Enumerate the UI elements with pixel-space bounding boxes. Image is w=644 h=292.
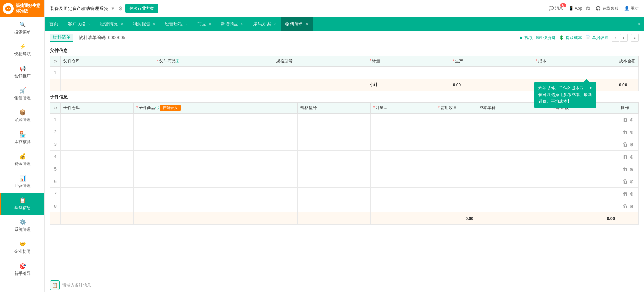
- child-row3-goods[interactable]: [134, 138, 298, 151]
- copy-icon[interactable]: ⊕: [630, 117, 634, 122]
- child-row6-warehouse[interactable]: [61, 175, 134, 188]
- tooltip-close-btn[interactable]: ×: [590, 85, 592, 92]
- child-row1-unit[interactable]: [370, 114, 435, 126]
- prev-btn[interactable]: ‹: [612, 34, 619, 42]
- child-row6-goods[interactable]: [134, 175, 298, 188]
- child-row4-unit[interactable]: [370, 151, 435, 163]
- child-row4-spec[interactable]: [297, 151, 370, 163]
- child-row5-goods[interactable]: [134, 163, 298, 175]
- child-row3-spec[interactable]: [297, 138, 370, 151]
- sidebar-item-guide[interactable]: 🎯 新手引导: [0, 259, 44, 281]
- sidebar-item-marketing[interactable]: 📢 营销推广: [0, 61, 44, 83]
- delete-icon[interactable]: 🗑: [623, 154, 628, 160]
- copy-icon[interactable]: ⊕: [630, 203, 634, 209]
- child-row1-spec[interactable]: [297, 114, 370, 126]
- view-btn[interactable]: ▶ 视频: [520, 35, 533, 41]
- child-row2-unit-cost[interactable]: [476, 126, 549, 138]
- sidebar-item-purchase[interactable]: 📦 采购管理: [0, 105, 44, 127]
- tab-bom[interactable]: 物料清单 ×: [281, 17, 313, 31]
- tab-goods-close[interactable]: ×: [209, 22, 211, 26]
- copy-icon[interactable]: ⊕: [630, 154, 634, 160]
- online-service-link[interactable]: 🎧 在线客服: [596, 5, 618, 11]
- child-row4-warehouse[interactable]: [61, 151, 134, 163]
- trial-button[interactable]: 体验行业方案: [125, 4, 158, 13]
- child-row2-warehouse[interactable]: [61, 126, 134, 138]
- child-row1-qty[interactable]: [435, 114, 476, 126]
- close-all-tabs[interactable]: ×: [634, 21, 644, 27]
- child-row2-goods[interactable]: [134, 126, 298, 138]
- child-row2-qty[interactable]: [435, 126, 476, 138]
- tab-customer[interactable]: 客户联络 ×: [63, 17, 95, 31]
- delete-icon[interactable]: 🗑: [623, 166, 628, 172]
- delete-icon[interactable]: 🗑: [623, 117, 628, 122]
- sidebar-item-enterprise[interactable]: 🤝 企业协同: [0, 237, 44, 259]
- tab-operation[interactable]: 经营情况 ×: [95, 17, 127, 31]
- child-row6-qty[interactable]: [435, 175, 476, 188]
- child-row3-unit[interactable]: [370, 138, 435, 151]
- child-row4-goods[interactable]: [134, 151, 298, 163]
- tab-history[interactable]: 经营历程 ×: [160, 17, 192, 31]
- sidebar-item-inventory[interactable]: 🏪 库存核算: [0, 127, 44, 149]
- child-row5-warehouse[interactable]: [61, 163, 134, 175]
- child-row7-goods[interactable]: [134, 188, 298, 200]
- tab-goods[interactable]: 商品 ×: [193, 17, 216, 31]
- next-btn[interactable]: ›: [620, 34, 628, 42]
- parent-row1-cost[interactable]: [533, 67, 616, 79]
- child-col-gear[interactable]: ⚙: [50, 103, 61, 114]
- child-row6-unit-cost[interactable]: [476, 175, 549, 188]
- sidebar-item-basic-info[interactable]: 📋 基础信息: [0, 193, 44, 215]
- tab-barcode-close[interactable]: ×: [274, 22, 276, 26]
- sidebar-item-quick-nav[interactable]: ⚡ 快捷导航: [0, 39, 44, 61]
- parent-row1-warehouse[interactable]: [61, 67, 154, 79]
- tab-profit-close[interactable]: ×: [153, 22, 155, 26]
- delete-icon[interactable]: 🗑: [623, 179, 628, 184]
- sub-tab-bom-list[interactable]: 物料清单: [50, 34, 73, 42]
- parent-row1-goods[interactable]: [154, 67, 273, 79]
- tab-operation-close[interactable]: ×: [121, 22, 123, 26]
- delete-icon[interactable]: 🗑: [623, 191, 628, 197]
- delete-icon[interactable]: 🗑: [623, 142, 628, 147]
- child-row4-unit-cost[interactable]: [476, 151, 549, 163]
- sidebar-item-operation[interactable]: 📊 经营管理: [0, 171, 44, 193]
- child-row1-goods[interactable]: [134, 114, 298, 126]
- parent-row1-produce[interactable]: [450, 67, 533, 79]
- tab-barcode[interactable]: 条码方案 ×: [248, 17, 281, 31]
- copy-icon[interactable]: ⊕: [630, 166, 634, 172]
- tab-new-goods-close[interactable]: ×: [241, 22, 243, 26]
- child-row7-unit[interactable]: [370, 188, 435, 200]
- cost-btn[interactable]: 💲 提取成本: [559, 35, 582, 41]
- child-row7-warehouse[interactable]: [61, 188, 134, 200]
- copy-icon[interactable]: ⊕: [630, 191, 634, 197]
- tab-history-close[interactable]: ×: [185, 22, 187, 26]
- parent-col-gear[interactable]: ⚙: [50, 56, 61, 67]
- child-row6-spec[interactable]: [297, 175, 370, 188]
- copy-icon[interactable]: ⊕: [630, 142, 634, 147]
- sidebar-item-system[interactable]: ⚙️ 系统管理: [0, 215, 44, 237]
- delete-icon[interactable]: 🗑: [623, 129, 628, 135]
- child-row8-unit[interactable]: [370, 200, 435, 212]
- child-row8-unit-cost[interactable]: [476, 200, 549, 212]
- message-bell[interactable]: 💬 6 消息: [549, 5, 563, 11]
- child-row5-unit-cost[interactable]: [476, 163, 549, 175]
- user-avatar[interactable]: 👤 用友: [624, 5, 639, 11]
- child-row8-goods[interactable]: [134, 200, 298, 212]
- copy-icon[interactable]: ⊕: [630, 179, 634, 184]
- child-row7-spec[interactable]: [297, 188, 370, 200]
- sidebar-item-search[interactable]: 🔍 搜索菜单: [0, 17, 44, 39]
- dropdown-arrow-icon[interactable]: ▼: [111, 6, 115, 11]
- child-row8-qty[interactable]: [435, 200, 476, 212]
- child-row3-unit-cost[interactable]: [476, 138, 549, 151]
- child-row2-unit[interactable]: [370, 126, 435, 138]
- child-row4-qty[interactable]: [435, 151, 476, 163]
- settings-icon[interactable]: ⚙: [118, 5, 123, 12]
- child-row7-unit-cost[interactable]: [476, 188, 549, 200]
- sidebar-item-sales[interactable]: 🛒 销售管理: [0, 83, 44, 105]
- shortcut-btn[interactable]: ⌨ 快捷键: [536, 35, 556, 41]
- bottom-doc-icon[interactable]: 📋: [50, 280, 60, 290]
- tab-profit[interactable]: 利润报告 ×: [128, 17, 160, 31]
- parent-row1-spec[interactable]: [273, 67, 367, 79]
- tab-customer-close[interactable]: ×: [88, 22, 90, 26]
- child-row2-spec[interactable]: [297, 126, 370, 138]
- child-row8-warehouse[interactable]: [61, 200, 134, 212]
- parent-row1-unit[interactable]: [367, 67, 450, 79]
